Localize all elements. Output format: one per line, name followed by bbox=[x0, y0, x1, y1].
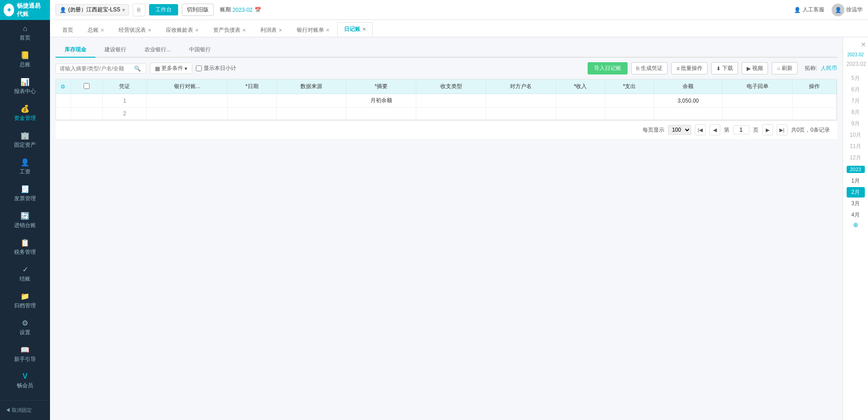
tab-profit[interactable]: 利润表 ✕ bbox=[254, 23, 289, 37]
rp-prev-8[interactable]: 8月 bbox=[847, 107, 865, 118]
company-selector[interactable]: 👤 (勿册）江西超宝-LSS ▾ bbox=[55, 4, 129, 15]
rp-month-1[interactable]: 1月 bbox=[847, 176, 865, 186]
tab-bank-rec[interactable]: 银行对账单 ✕ bbox=[290, 23, 336, 37]
sidebar-item-label: 总账 bbox=[20, 61, 30, 69]
rp-month-4[interactable]: 4月 bbox=[847, 210, 865, 220]
sub-tab-ccb[interactable]: 建设银行 bbox=[95, 43, 135, 58]
rp-month-prev-1[interactable]: 2023.02 bbox=[847, 59, 865, 69]
sidebar-item-ledger[interactable]: 📒 总账 bbox=[0, 46, 50, 73]
last-page-btn[interactable]: ▶| bbox=[777, 124, 788, 135]
rp-prev-5[interactable]: 5月 bbox=[847, 73, 865, 84]
select-all-checkbox[interactable] bbox=[84, 83, 90, 89]
first-page-btn[interactable]: |◀ bbox=[695, 124, 706, 135]
refresh-btn[interactable]: ○ 刷新 bbox=[772, 62, 797, 74]
member-icon: V bbox=[23, 372, 28, 380]
sidebar-item-label: 发票管理 bbox=[14, 195, 36, 203]
sidebar-item-purchase[interactable]: 🔄 进销台账 bbox=[0, 207, 50, 234]
column-settings-icon[interactable]: ⚙ bbox=[60, 84, 65, 90]
sidebar-item-label: 资金管理 bbox=[14, 114, 36, 122]
sidebar-item-label: 设置 bbox=[20, 329, 30, 336]
sidebar-item-guide[interactable]: 📖 新手引导 bbox=[0, 341, 50, 368]
sub-tab-abc[interactable]: 农业银行... bbox=[135, 43, 180, 58]
col-counterpart: 对方户名 bbox=[486, 79, 556, 94]
sidebar-item-tax[interactable]: 📋 税务管理 bbox=[0, 234, 50, 261]
tab-bank-rec-close[interactable]: ✕ bbox=[326, 28, 329, 33]
sidebar-item-invoice[interactable]: 🧾 发票管理 bbox=[0, 180, 50, 207]
tab-ledger-close[interactable]: ✕ bbox=[100, 28, 104, 33]
calendar-icon[interactable]: 📅 bbox=[254, 7, 261, 13]
show-daily-checkbox[interactable]: 显示本日小计 bbox=[196, 64, 236, 72]
sidebar-item-salary[interactable]: 👤 工资 bbox=[0, 153, 50, 180]
tab-business[interactable]: 经营状况表 ✕ bbox=[112, 23, 158, 37]
batch-btn[interactable]: ≡ 批量操作 bbox=[671, 62, 708, 74]
prev-page-btn[interactable]: ◀ bbox=[709, 124, 720, 135]
tab-diary[interactable]: 日记账 ✕ bbox=[337, 22, 373, 37]
rp-month-2[interactable]: 2月 bbox=[847, 187, 865, 198]
sidebar-item-settings[interactable]: ⚙ 设置 bbox=[0, 314, 50, 341]
tab-profit-close[interactable]: ✕ bbox=[279, 28, 282, 33]
col-check[interactable] bbox=[70, 79, 103, 94]
search-box[interactable]: 🔍 bbox=[55, 64, 146, 74]
rp-prev-10[interactable]: 10月 bbox=[847, 130, 865, 140]
username: 徐温华 bbox=[846, 6, 863, 14]
batch-icon: ≡ bbox=[676, 65, 679, 72]
work-btn[interactable]: 工作台 bbox=[149, 4, 178, 15]
finance-icon: 💰 bbox=[20, 104, 30, 113]
sidebar-item-reports[interactable]: 📊 报表中心 bbox=[0, 73, 50, 100]
sidebar-item-archive[interactable]: 📁 归档管理 bbox=[0, 287, 50, 314]
tab-business-close[interactable]: ✕ bbox=[148, 28, 151, 33]
rp-prev-7[interactable]: 7月 bbox=[847, 96, 865, 106]
user-profile[interactable]: 👤 徐温华 bbox=[832, 4, 863, 16]
page-size-select[interactable]: 100 20 50 200 bbox=[668, 125, 691, 135]
sidebar-item-finance[interactable]: 💰 资金管理 bbox=[0, 100, 50, 127]
old-version-btn[interactable]: 切到旧版 bbox=[182, 4, 214, 16]
rp-prev-9[interactable]: 9月 bbox=[847, 119, 865, 129]
tab-receivable[interactable]: 应收账龄表 ✕ bbox=[159, 23, 205, 37]
tab-assets-liab[interactable]: 资产负债表 ✕ bbox=[206, 23, 253, 37]
nav-down-icon[interactable]: ⊕ bbox=[853, 221, 858, 228]
tab-ledger[interactable]: 总账 ✕ bbox=[81, 23, 111, 37]
page-number-input[interactable] bbox=[733, 125, 749, 134]
next-page-btn[interactable]: ▶ bbox=[762, 124, 773, 135]
tab-receivable-close[interactable]: ✕ bbox=[195, 28, 199, 33]
row-flow-type bbox=[416, 94, 486, 108]
sidebar-item-home[interactable]: ⌂ 首页 bbox=[0, 20, 50, 46]
currency-value[interactable]: 人民币 bbox=[821, 64, 837, 72]
show-daily-input[interactable] bbox=[196, 65, 202, 71]
generate-voucher-btn[interactable]: ⎘ 生成凭证 bbox=[631, 62, 668, 74]
rp-prev-11[interactable]: 11月 bbox=[847, 141, 865, 152]
rp-prev-6[interactable]: 6月 bbox=[847, 84, 865, 95]
sub-tab-cash[interactable]: 库存现金 bbox=[55, 43, 95, 58]
topbar: 👤 (勿册）江西超宝-LSS ▾ ⎘ 工作台 切到旧版 账期 2023-02 📅… bbox=[50, 0, 868, 20]
tab-diary-close[interactable]: ✕ bbox=[362, 27, 366, 32]
sub-tab-cash-label: 库存现金 bbox=[65, 46, 86, 53]
tab-assets-liab-label: 资产负债表 bbox=[213, 26, 240, 34]
search-icon[interactable]: 🔍 bbox=[134, 65, 141, 72]
sidebar-item-label: 进销台账 bbox=[14, 222, 36, 229]
rp-nav-down[interactable]: ⊕ bbox=[847, 221, 865, 228]
download-btn[interactable]: ⬇ 下载 bbox=[711, 62, 738, 74]
tab-home[interactable]: 首页 bbox=[55, 23, 80, 37]
tab-assets-liab-close[interactable]: ✕ bbox=[242, 28, 246, 33]
import-diary-btn[interactable]: 导入日记账 bbox=[588, 62, 628, 74]
row-source bbox=[276, 108, 346, 120]
sidebar-item-assets[interactable]: 🏢 固定资产 bbox=[0, 127, 50, 153]
voucher-label: 生成凭证 bbox=[641, 64, 663, 72]
sidebar-item-member[interactable]: V 畅会员 bbox=[0, 368, 50, 394]
row-date bbox=[227, 108, 276, 120]
sub-tab-boc[interactable]: 中国银行 bbox=[180, 43, 220, 58]
copy-btn[interactable]: ⎘ bbox=[133, 4, 145, 16]
purchase-icon: 🔄 bbox=[20, 212, 30, 220]
rp-prev-12[interactable]: 12月 bbox=[847, 153, 865, 163]
filter-btn[interactable]: ▦ 更多条件 ▾ bbox=[150, 63, 192, 74]
search-input[interactable] bbox=[60, 65, 132, 72]
row-balance: 3,050.00 bbox=[654, 94, 723, 108]
video-btn[interactable]: ▶ 视频 bbox=[742, 62, 768, 74]
col-settings[interactable]: ⚙ bbox=[56, 79, 70, 94]
sidebar-item-checkout[interactable]: ✓ 结账 bbox=[0, 261, 50, 287]
rp-month-3[interactable]: 3月 bbox=[847, 198, 865, 209]
human-service[interactable]: 👤 人工客服 bbox=[794, 6, 824, 14]
close-panel-btn[interactable]: ✕ bbox=[861, 41, 868, 48]
sidebar-item-label: 新手引导 bbox=[14, 356, 36, 363]
unpin-btn[interactable]: ◀ 取消固定 bbox=[0, 404, 50, 416]
